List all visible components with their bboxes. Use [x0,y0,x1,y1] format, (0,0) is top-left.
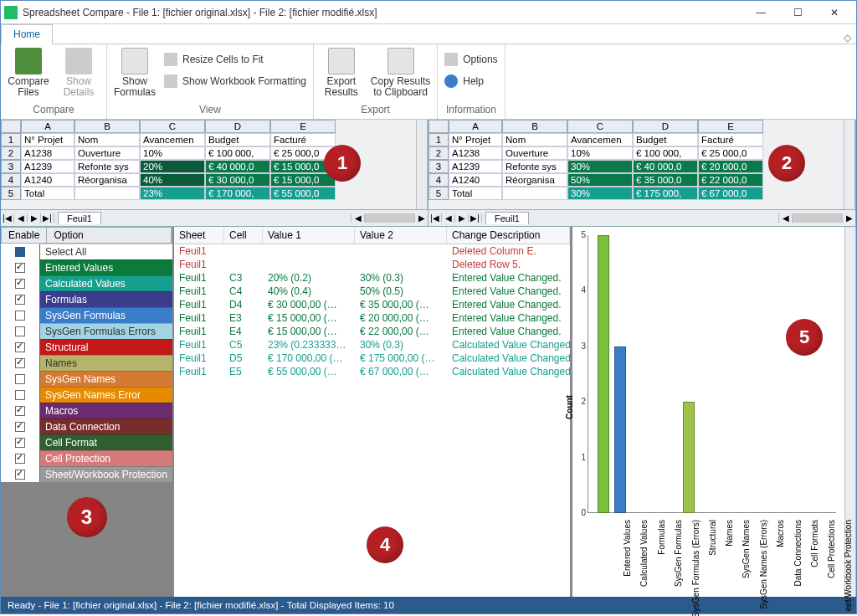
option-checkbox[interactable] [1,434,39,450]
group-label: Compare [8,104,100,116]
option-row[interactable]: Data Connection [1,418,172,434]
option-row[interactable]: SysGen Names [1,371,172,387]
diff-row[interactable]: Feuil1Deleted Row 5. [174,258,570,271]
hscroll-left[interactable]: ◀ [778,213,792,223]
badge-5: 5 [786,319,823,356]
sheet-nav-last[interactable]: ▶| [41,213,54,223]
option-checkbox[interactable] [1,244,39,259]
hscroll-right[interactable]: ▶ [414,213,428,223]
hscroll-thumb[interactable] [364,213,414,223]
option-checkbox[interactable] [1,323,39,339]
option-row[interactable]: Names [1,355,172,371]
app-window: Spreadsheet Compare - File 1: [fichier o… [0,0,857,614]
grid-left[interactable]: ABCDE1N° ProjetNomAvancemenBudgetFacturé… [1,120,428,200]
show-formatting-button[interactable]: Show Workbook Formatting [164,73,306,90]
option-label: SysGen Formulas [39,307,172,323]
option-checkbox[interactable] [1,418,39,434]
option-checkbox[interactable] [1,355,39,371]
option-label: SysGen Formulas Errors [39,323,172,339]
option-row[interactable]: SysGen Formulas [1,307,172,323]
option-checkbox[interactable] [1,450,39,466]
diff-row[interactable]: Feuil1E3€ 15 000,00 (…€ 20 000,00 (…Ente… [174,311,570,325]
option-label: Cell Format [39,434,172,450]
option-row[interactable]: Calculated Values [1,275,172,291]
show-formulas-button[interactable]: Show Formulas [114,48,156,104]
sheet-nav-first[interactable]: |◀ [1,213,14,223]
option-label: Sheet/Workbook Protection [39,466,172,482]
sheet-left: ABCDE1N° ProjetNomAvancemenBudgetFacturé… [1,120,428,226]
sheet-nav-prev[interactable]: ◀ [442,213,455,223]
hscroll-right[interactable]: ▶ [842,213,855,223]
option-row[interactable]: SysGen Names Error [1,387,172,403]
option-row[interactable]: Macros [1,403,172,418]
sheet-nav-prev[interactable]: ◀ [14,213,28,223]
group-label: View [114,104,306,116]
option-label: SysGen Names [39,371,172,387]
option-row[interactable]: Select All [1,244,172,259]
minimize-button[interactable]: — [742,1,779,24]
help-button[interactable]: Help [444,73,497,90]
diff-row[interactable]: Feuil1D4€ 30 000,00 (…€ 35 000,00 (…Ente… [174,298,570,311]
options-button[interactable]: Options [444,51,497,68]
sheet-nav-first[interactable]: |◀ [428,213,442,223]
show-details-button[interactable]: Show Details [58,48,100,104]
option-checkbox[interactable] [1,339,39,355]
titlebar: Spreadsheet Compare - File 1: [fichier o… [1,1,856,24]
diff-row[interactable]: Feuil1C523% (0.233333…30% (0.3)Calculate… [174,338,570,352]
option-row[interactable]: Sheet/Workbook Protection [1,466,172,482]
option-label: Structural [39,339,172,355]
option-checkbox[interactable] [1,371,39,387]
diff-row[interactable]: Feuil1C320% (0.2)30% (0.3)Entered Value … [174,271,570,285]
ribbon-tabs: Home ◇ [1,24,856,44]
badge-2: 2 [768,145,805,182]
collapse-ribbon-icon[interactable]: ◇ [844,32,851,44]
sheet-tab[interactable]: Feuil1 [58,212,101,224]
window-title: Spreadsheet Compare - File 1: [fichier o… [23,7,742,18]
option-checkbox[interactable] [1,466,39,482]
sheet-nav-next[interactable]: ▶ [455,213,469,223]
option-row[interactable]: SysGen Formulas Errors [1,323,172,339]
option-checkbox[interactable] [1,307,39,323]
copy-to-clipboard-button[interactable]: Copy Results to Clipboard [371,48,430,104]
option-checkbox[interactable] [1,387,39,403]
options-panel: EnableOption Select AllEntered ValuesCal… [1,227,172,597]
option-row[interactable]: Formulas [1,291,172,307]
diff-row[interactable]: Feuil1E5€ 55 000,00 (…€ 67 000,00 (…Calc… [174,365,570,378]
export-results-button[interactable]: Export Results [321,48,362,104]
lower-panes: EnableOption Select AllEntered ValuesCal… [1,227,856,597]
compare-files-button[interactable]: Compare Files [8,48,49,104]
hscroll-thumb[interactable] [792,213,842,223]
option-checkbox[interactable] [1,291,39,307]
option-label: Data Connection [39,418,172,434]
sheet-nav-last[interactable]: ▶| [469,213,482,223]
badge-4: 4 [367,526,403,563]
option-label: Macros [39,403,172,418]
col-enable: Enable [2,228,47,243]
status-bar: Ready - File 1: [fichier original.xlsx] … [1,597,856,613]
ribbon: Compare Files Show Details Compare Show … [1,44,856,120]
close-button[interactable]: ✕ [816,1,853,24]
diff-row[interactable]: Feuil1C440% (0.4)50% (0.5)Entered Value … [174,285,570,298]
option-checkbox[interactable] [1,259,39,275]
tab-home[interactable]: Home [1,24,53,44]
sheet-nav-next[interactable]: ▶ [28,213,41,223]
maximize-button[interactable]: ☐ [779,1,816,24]
diff-row[interactable]: Feuil1Deleted Column E. [174,244,570,258]
option-checkbox[interactable] [1,403,39,418]
option-checkbox[interactable] [1,275,39,291]
resize-cells-button[interactable]: Resize Cells to Fit [164,51,306,68]
sheet-tab[interactable]: Feuil1 [485,212,529,224]
hscroll-left[interactable]: ◀ [351,213,364,223]
badge-1: 1 [324,145,361,182]
group-label: Information [444,104,497,116]
diff-row[interactable]: Feuil1E4€ 15 000,00 (…€ 22 000,00 (…Ente… [174,325,570,338]
option-label: Names [39,355,172,371]
option-row[interactable]: Entered Values [1,259,172,275]
diff-row[interactable]: Feuil1D5€ 170 000,00 (…€ 175 000,00 (…Ca… [174,352,570,365]
option-row[interactable]: Cell Format [1,434,172,450]
option-label: Calculated Values [39,275,172,291]
option-label: SysGen Names Error [39,387,172,403]
option-row[interactable]: Cell Protection [1,450,172,466]
sheet-right: ABCDE1N° ProjetNomAvancemenBudgetFacturé… [428,120,856,226]
option-row[interactable]: Structural [1,339,172,355]
